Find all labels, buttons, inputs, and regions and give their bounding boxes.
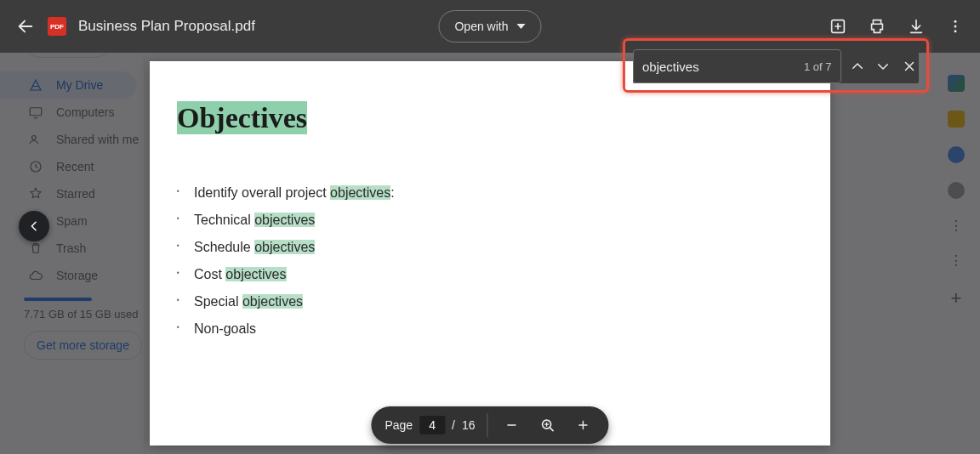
collapse-sidebar-button[interactable] xyxy=(19,211,49,241)
list-item: Technical objectives xyxy=(177,213,803,228)
zoom-out-button[interactable] xyxy=(500,413,524,437)
back-arrow-icon[interactable] xyxy=(15,16,36,37)
pdf-page: Objectives Identify overall project obje… xyxy=(150,61,830,445)
find-bar: 1 of 7 xyxy=(633,49,919,83)
list-item: Cost objectives xyxy=(177,267,803,282)
zoom-in-button[interactable] xyxy=(572,413,595,437)
page-sep: / xyxy=(452,418,455,432)
open-with-label: Open with xyxy=(454,20,508,33)
page-heading: Objectives xyxy=(177,102,307,134)
find-prev-button[interactable] xyxy=(848,52,867,81)
download-icon[interactable] xyxy=(907,17,926,36)
list-item: Non-goals xyxy=(177,321,803,337)
svg-point-6 xyxy=(954,26,957,28)
page-controls: Page / 16 xyxy=(371,406,608,444)
vertical-divider xyxy=(487,413,488,437)
zoom-reset-button[interactable] xyxy=(536,413,560,437)
list-item: Schedule objectives xyxy=(177,240,803,255)
filename: Business Plan Proposal.pdf xyxy=(78,18,255,35)
page-number: Page / 16 xyxy=(385,416,475,434)
bullet-list: Identify overall project objectives: Tec… xyxy=(177,185,803,337)
open-with-button[interactable]: Open with xyxy=(438,10,541,43)
find-close-button[interactable] xyxy=(900,52,919,81)
chevron-down-icon xyxy=(517,24,526,29)
find-result-count: 1 of 7 xyxy=(804,60,832,73)
pdf-file-icon: PDF xyxy=(48,17,66,36)
add-to-drive-icon[interactable] xyxy=(829,17,847,36)
page-label: Page xyxy=(385,418,413,432)
print-icon[interactable] xyxy=(868,17,886,36)
list-item: Special objectives xyxy=(177,294,803,309)
find-input-wrap: 1 of 7 xyxy=(633,49,841,83)
find-next-button[interactable] xyxy=(874,52,892,81)
find-input[interactable] xyxy=(642,60,804,74)
list-item: Identify overall project objectives: xyxy=(177,185,803,201)
svg-point-5 xyxy=(954,20,957,23)
page-total: 16 xyxy=(462,418,476,432)
viewer-topbar: PDF Business Plan Proposal.pdf Open with xyxy=(0,0,980,53)
svg-point-7 xyxy=(954,30,957,32)
page-number-input[interactable] xyxy=(419,416,445,434)
more-options-icon[interactable] xyxy=(946,17,965,36)
